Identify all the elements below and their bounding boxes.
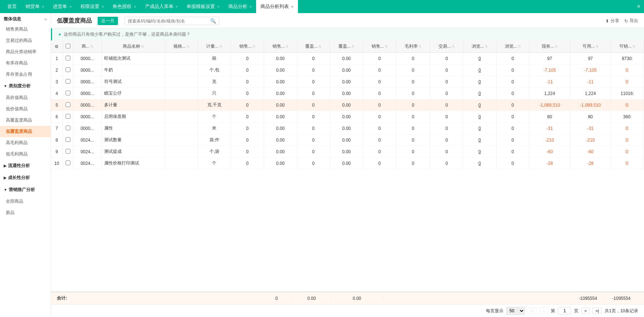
- nav-tab-analysis-list[interactable]: 商品分析列表 ×: [256, 0, 298, 13]
- th-unit[interactable]: 计量...⇅: [198, 40, 231, 53]
- sidebar-section-category[interactable]: ▼ 类别度分析: [0, 80, 51, 92]
- footer-sales-amt: 0.00: [293, 296, 331, 301]
- sidebar-item-category-rate[interactable]: 商品分类动销率: [0, 46, 51, 58]
- cell-browse1[interactable]: 0: [463, 99, 496, 111]
- th-trans[interactable]: 交易...⇅: [430, 40, 463, 53]
- cell-sellable: 0:: [611, 99, 644, 111]
- th-sellable[interactable]: 可销...⇅: [611, 40, 644, 53]
- th-settings[interactable]: ⚙: [51, 40, 63, 53]
- cell-browse1[interactable]: 0: [463, 76, 496, 88]
- cell-browse1[interactable]: 0: [463, 158, 496, 169]
- cell-checkbox[interactable]: [63, 134, 73, 146]
- th-gross[interactable]: 毛利率⇅: [396, 40, 430, 53]
- sidebar-item-low-coverage[interactable]: 低覆盖度商品: [0, 126, 51, 137]
- th-current[interactable]: 现有...⇅: [529, 40, 570, 53]
- sidebar-item-sales-goods[interactable]: 销售类商品: [0, 24, 51, 35]
- cell-sellable: 11016:: [611, 88, 644, 99]
- page-last-btn[interactable]: >|: [593, 308, 602, 314]
- cell-spec: [165, 111, 198, 123]
- nav-tab-templates[interactable]: 单据模板设置 ×: [182, 0, 224, 13]
- cell-checkbox[interactable]: [63, 64, 73, 76]
- th-browse1[interactable]: 浏览...⇅: [463, 40, 496, 53]
- search-input[interactable]: [128, 19, 210, 24]
- th-spec[interactable]: 规格...⇅: [165, 40, 198, 53]
- cell-checkbox[interactable]: [63, 158, 73, 169]
- sidebar-collapse-btn[interactable]: «: [44, 16, 47, 22]
- search-icon[interactable]: 🔍: [210, 18, 216, 24]
- cell-browse2: 0: [496, 158, 529, 169]
- sidebar-item-low-profit[interactable]: 低毛利商品: [0, 148, 51, 160]
- close-tab-roles[interactable]: ×: [134, 4, 136, 9]
- period-button[interactable]: 近一月: [98, 17, 118, 25]
- sidebar-item-new-goods[interactable]: 新品: [0, 207, 51, 218]
- th-available[interactable]: 可用...⇅: [570, 40, 611, 53]
- sidebar-item-all-goods[interactable]: 全部商品: [0, 196, 51, 207]
- th-sales-amt[interactable]: 销售...⇅: [264, 40, 297, 53]
- nav-tab-roles[interactable]: 角色授权 ×: [108, 0, 140, 13]
- nav-tab-sales[interactable]: 销货单 ×: [21, 0, 48, 13]
- cell-checkbox[interactable]: [63, 99, 73, 111]
- cell-browse1[interactable]: 0: [463, 134, 496, 146]
- sidebar-item-low-value[interactable]: 低价值商品: [0, 103, 51, 115]
- cell-browse1[interactable]: 0: [463, 64, 496, 76]
- sidebar-section-growth[interactable]: ▶ 成长性分析: [0, 172, 51, 184]
- close-tab-analysis[interactable]: ×: [250, 4, 252, 9]
- cell-checkbox[interactable]: [63, 111, 73, 123]
- cell-browse1[interactable]: 0: [463, 123, 496, 134]
- share-button[interactable]: ⬆ 分享: [605, 18, 619, 24]
- cell-checkbox[interactable]: [63, 88, 73, 99]
- th-sales-qty[interactable]: 销售...⇅: [231, 40, 264, 53]
- cell-current: -210: [529, 134, 570, 146]
- nav-tab-permissions[interactable]: 权限设置 ×: [76, 0, 108, 13]
- cell-checkbox[interactable]: [63, 123, 73, 134]
- sidebar-item-capital[interactable]: 库存资金占用: [0, 69, 51, 80]
- page-size-select[interactable]: 50 20 100: [506, 307, 525, 315]
- th-browse2[interactable]: 浏览...⇅: [496, 40, 529, 53]
- close-tab-permissions[interactable]: ×: [102, 4, 104, 9]
- close-tab-purchase[interactable]: ×: [69, 4, 71, 9]
- th-checkbox: [63, 40, 73, 53]
- table-row: 1 0000... 旺铺批次测试 箱 0 0.00 0 0.00 0 0 0 0…: [51, 53, 644, 64]
- cell-checkbox[interactable]: [63, 76, 73, 88]
- page-prev-btn[interactable]: <: [540, 308, 548, 314]
- sidebar-section-circulation[interactable]: ▶ 流通性分析: [0, 160, 51, 172]
- cell-checkbox[interactable]: [63, 146, 73, 158]
- sidebar-item-inventory[interactable]: 有库存商品: [0, 58, 51, 69]
- cell-name: 牛奶: [102, 64, 165, 76]
- th-name[interactable]: 商品名称⇅: [102, 40, 165, 53]
- sidebar-section-marketing[interactable]: ▼ 营销推广分析: [0, 184, 51, 196]
- th-sales3[interactable]: 销售...⇅: [363, 40, 396, 53]
- page-first-btn[interactable]: |<: [528, 308, 537, 314]
- sidebar-item-high-value[interactable]: 高价值商品: [0, 92, 51, 103]
- th-cover1[interactable]: 覆盖...⇅: [297, 40, 330, 53]
- cell-gross: 0: [396, 88, 430, 99]
- page-number-input[interactable]: [558, 307, 571, 314]
- select-all-checkbox[interactable]: [66, 44, 70, 48]
- cell-browse1[interactable]: 0: [463, 88, 496, 99]
- nav-tab-production[interactable]: 产成品入库单 ×: [141, 0, 182, 13]
- sidebar-item-high-coverage[interactable]: 高覆盖度商品: [0, 115, 51, 126]
- cell-browse1[interactable]: 0: [463, 111, 496, 123]
- close-all-tabs[interactable]: ×: [637, 3, 640, 10]
- header-actions: ⬆ 分享 ↻ 导出: [605, 18, 638, 24]
- th-code[interactable]: 商...⇅: [73, 40, 102, 53]
- close-tab-analysis-list[interactable]: ×: [291, 4, 293, 9]
- nav-tab-analysis[interactable]: 商品分析 ×: [224, 0, 256, 13]
- export-button[interactable]: ↻ 导出: [624, 18, 638, 24]
- settings-icon[interactable]: ⚙: [55, 44, 59, 49]
- close-tab-sales[interactable]: ×: [42, 4, 44, 9]
- cell-browse1[interactable]: 0: [463, 146, 496, 158]
- cell-available: -60: [570, 146, 611, 158]
- cell-gross: 0: [396, 146, 430, 158]
- page-next-btn[interactable]: >: [581, 308, 589, 314]
- th-cover2[interactable]: 覆盖...⇅: [330, 40, 363, 53]
- nav-tab-purchase[interactable]: 进货单 ×: [48, 0, 76, 13]
- close-tab-production[interactable]: ×: [176, 4, 178, 9]
- cell-checkbox[interactable]: [63, 53, 73, 64]
- nav-tab-home[interactable]: 首页: [3, 0, 21, 13]
- close-tab-templates[interactable]: ×: [217, 4, 219, 9]
- cell-browse1[interactable]: 0: [463, 53, 496, 64]
- sidebar-item-high-profit[interactable]: 高毛利商品: [0, 137, 51, 148]
- table-row: 10 0024... 属性价格打印测试 个 0 0.00 0 0.00 0 0 …: [51, 158, 644, 169]
- sidebar-item-traded-goods[interactable]: 交易过的商品: [0, 35, 51, 46]
